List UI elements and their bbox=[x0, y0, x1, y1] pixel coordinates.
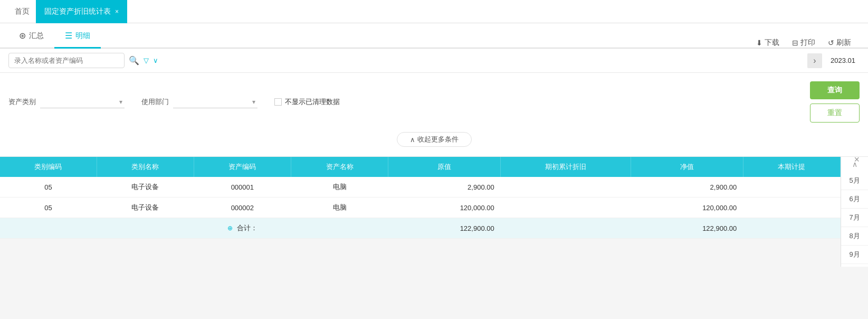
data-table-container: 类别编码 类别名称 资产编码 资产名称 原值 期初累计折旧 净值 本期计提 05… bbox=[0, 157, 841, 267]
cell-net-value: 2,900.00 bbox=[631, 177, 743, 198]
exclude-cleared-checkbox[interactable]: 不显示已清理数据 bbox=[274, 97, 340, 107]
data-table: 类别编码 类别名称 资产编码 资产名称 原值 期初累计折旧 净值 本期计提 05… bbox=[0, 157, 841, 239]
total-original-value: 122,900.00 bbox=[388, 218, 501, 239]
category-select[interactable] bbox=[40, 96, 125, 108]
cell-asset-name: 电脑 bbox=[291, 198, 388, 218]
chevron-down-icon: ∨ bbox=[153, 57, 158, 64]
cell-accum-deprec bbox=[501, 177, 631, 198]
category-label: 资产类别 bbox=[8, 97, 36, 107]
summary-icon: ⊛ bbox=[19, 31, 26, 41]
total-row: ⊕ 合计： 122,900.00 122,900.00 bbox=[0, 218, 841, 239]
toolbar-actions: ⬇ 下载 ⊟ 打印 ↺ 刷新 bbox=[756, 38, 860, 48]
total-accum-deprec bbox=[501, 218, 631, 239]
cell-asset-name: 电脑 bbox=[291, 177, 388, 198]
top-nav: 首页 固定资产折旧统计表 × × bbox=[0, 0, 868, 23]
download-icon: ⬇ bbox=[756, 39, 762, 47]
tab-detail[interactable]: ☰ 明细 bbox=[54, 24, 101, 49]
department-label: 使用部门 bbox=[141, 97, 169, 107]
refresh-label: 刷新 bbox=[836, 38, 851, 48]
detail-icon: ☰ bbox=[65, 31, 72, 41]
cell-cat-code: 05 bbox=[0, 177, 97, 198]
close-tab-button[interactable]: × bbox=[115, 8, 119, 15]
category-filter: 资产类别 bbox=[8, 96, 125, 108]
col-asset-code: 资产编码 bbox=[194, 157, 291, 177]
month-5[interactable]: 5月 bbox=[841, 172, 868, 190]
filter-icon: ▽ bbox=[144, 57, 149, 64]
reset-button[interactable]: 重置 bbox=[810, 104, 860, 123]
right-sidebar: ∧ 5月 6月 7月 8月 9月 10月 11月 12月 2023 bbox=[841, 157, 868, 267]
filter-bar: 🔍 ▽ ∨ › 2023.01 bbox=[0, 49, 868, 73]
col-net-value: 净值 bbox=[631, 157, 743, 177]
col-accum-deprec: 期初累计折旧 bbox=[501, 157, 631, 177]
month-6[interactable]: 6月 bbox=[841, 190, 868, 209]
more-conditions-button[interactable]: ▽ ∨ bbox=[144, 57, 158, 64]
filter-actions: 查询 重置 bbox=[810, 81, 860, 123]
cell-accum-deprec bbox=[501, 198, 631, 218]
download-button[interactable]: ⬇ 下载 bbox=[756, 38, 779, 48]
cell-original-value: 2,900.00 bbox=[388, 177, 501, 198]
department-select[interactable] bbox=[173, 96, 257, 108]
refresh-icon: ↺ bbox=[828, 39, 834, 47]
exclude-cleared-label: 不显示已清理数据 bbox=[285, 97, 340, 107]
print-icon: ⊟ bbox=[792, 39, 798, 47]
tab-summary[interactable]: ⊛ 汇总 bbox=[8, 24, 54, 49]
content-area: 类别编码 类别名称 资产编码 资产名称 原值 期初累计折旧 净值 本期计提 05… bbox=[0, 157, 868, 267]
total-net-value: 122,900.00 bbox=[631, 218, 743, 239]
cell-cat-name: 电子设备 bbox=[97, 198, 194, 218]
collapse-bar: ∧ 收起更多条件 bbox=[8, 129, 860, 152]
table-body: 05 电子设备 000001 电脑 2,900.00 2,900.00 05 电… bbox=[0, 177, 841, 239]
month-7[interactable]: 7月 bbox=[841, 209, 868, 227]
date-display: 2023.01 bbox=[826, 57, 860, 64]
col-cat-name: 类别名称 bbox=[97, 157, 194, 177]
department-select-wrapper bbox=[173, 96, 257, 108]
expand-panel-button[interactable]: › bbox=[807, 53, 822, 68]
table-row: 05 电子设备 000001 电脑 2,900.00 2,900.00 bbox=[0, 177, 841, 198]
table-header: 类别编码 类别名称 资产编码 资产名称 原值 期初累计折旧 净值 本期计提 bbox=[0, 157, 841, 177]
sub-tabs-bar: ⊛ 汇总 ☰ 明细 ⬇ 下载 ⊟ 打印 ↺ 刷新 bbox=[0, 23, 868, 49]
tab-label: 固定资产折旧统计表 bbox=[44, 7, 111, 16]
query-button[interactable]: 查询 bbox=[810, 81, 860, 99]
month-10[interactable]: 10月 bbox=[841, 264, 868, 267]
department-filter: 使用部门 bbox=[141, 96, 257, 108]
total-label-cell: ⊕ 合计： bbox=[97, 218, 388, 239]
cell-net-value: 120,000.00 bbox=[631, 198, 743, 218]
cell-original-value: 120,000.00 bbox=[388, 198, 501, 218]
search-input[interactable] bbox=[8, 53, 125, 68]
collapse-button[interactable]: ∧ 收起更多条件 bbox=[397, 132, 472, 147]
total-icon-cell bbox=[0, 218, 97, 239]
category-select-wrapper bbox=[40, 96, 125, 108]
cell-cat-code: 05 bbox=[0, 198, 97, 218]
col-asset-name: 资产名称 bbox=[291, 157, 388, 177]
advanced-filter-panel: 资产类别 使用部门 不显示已清理数据 查询 重置 ∧ bbox=[0, 73, 868, 157]
print-label: 打印 bbox=[800, 38, 815, 48]
download-label: 下载 bbox=[765, 38, 779, 48]
filter-row-1: 资产类别 使用部门 不显示已清理数据 查询 重置 bbox=[8, 81, 860, 123]
col-cat-code: 类别编码 bbox=[0, 157, 97, 177]
cell-asset-code: 000001 bbox=[194, 177, 291, 198]
active-tab[interactable]: 固定资产折旧统计表 × bbox=[36, 0, 127, 23]
cell-asset-code: 000002 bbox=[194, 198, 291, 218]
total-current-period bbox=[743, 218, 840, 239]
window-close-button[interactable]: × bbox=[854, 154, 860, 165]
total-icon: ⊕ bbox=[227, 224, 233, 232]
cell-current-period bbox=[743, 177, 840, 198]
checkbox-box bbox=[274, 98, 282, 106]
month-8[interactable]: 8月 bbox=[841, 227, 868, 246]
print-button[interactable]: ⊟ 打印 bbox=[792, 38, 815, 48]
cell-cat-name: 电子设备 bbox=[97, 177, 194, 198]
total-label: 合计： bbox=[237, 224, 257, 232]
tab-summary-label: 汇总 bbox=[29, 31, 44, 41]
collapse-label: 收起更多条件 bbox=[417, 135, 459, 144]
month-9[interactable]: 9月 bbox=[841, 246, 868, 264]
tab-detail-label: 明细 bbox=[75, 31, 90, 41]
col-current-period: 本期计提 bbox=[743, 157, 840, 177]
col-original-value: 原值 bbox=[388, 157, 501, 177]
home-nav-item[interactable]: 首页 bbox=[8, 7, 36, 16]
cell-current-period bbox=[743, 198, 840, 218]
search-icon[interactable]: 🔍 bbox=[129, 55, 139, 65]
table-row: 05 电子设备 000002 电脑 120,000.00 120,000.00 bbox=[0, 198, 841, 218]
collapse-icon: ∧ bbox=[410, 136, 415, 144]
refresh-button[interactable]: ↺ 刷新 bbox=[828, 38, 851, 48]
